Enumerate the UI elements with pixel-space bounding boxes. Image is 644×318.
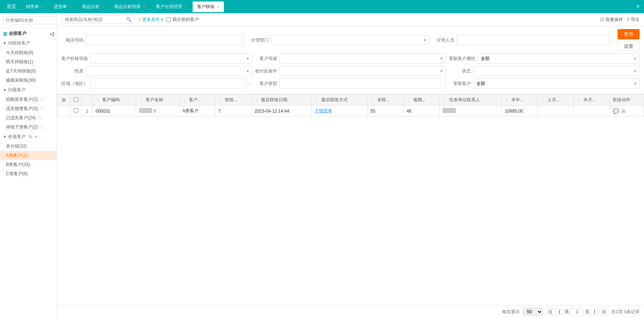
tab-sales[interactable]: 销售单 × xyxy=(21,1,48,12)
sidebar-item-tomorrow[interactable]: 明天待联络(1) xyxy=(0,57,57,67)
sidebar-item-ungrouped[interactable]: 未分组(32) xyxy=(0,142,57,151)
close-customer-segment-tab[interactable]: × xyxy=(185,4,187,9)
sidebar-item-class-a[interactable]: A类客户(1) xyxy=(0,151,57,160)
sort-handle-name[interactable]: ⋮ xyxy=(139,98,143,103)
scatter-arrow-icon: ▾ xyxy=(634,81,636,86)
message-icon[interactable]: 💬 xyxy=(613,108,619,114)
per-page-select[interactable]: 50 100 200 xyxy=(523,308,543,316)
section-arrow-3[interactable]: ▼ xyxy=(3,135,7,139)
filter-search-icon[interactable]: 🔍 xyxy=(126,17,132,22)
my-customers-checkbox[interactable] xyxy=(166,17,171,22)
sort-handle-no-contact[interactable]: ⋮ xyxy=(371,98,375,103)
first-page-btn[interactable]: ⟨⟨ xyxy=(546,308,555,315)
filter-search-box: 🔍 xyxy=(61,15,135,24)
my-customers-checkbox-label[interactable]: 我分管的客户 xyxy=(166,17,199,23)
home-tab[interactable]: 首页 xyxy=(3,1,20,12)
last-page-btn[interactable]: ⟩⟩ xyxy=(600,308,608,315)
nature-select[interactable]: ▾ xyxy=(86,66,252,76)
sidebar-search-input[interactable] xyxy=(3,16,57,24)
prev-page-btn[interactable]: ⟨ xyxy=(556,308,563,315)
section-arrow-2[interactable]: ▼ xyxy=(3,88,7,92)
sidebar-search-area: 🔍 xyxy=(0,13,57,28)
more-conditions-btn[interactable]: ▽ 更多条件 ▾ xyxy=(138,17,163,23)
sort-handle-overdue[interactable]: ⋮ xyxy=(407,98,411,103)
sidebar-item-churn-warning[interactable]: 流失预警客户(3) ⓘ xyxy=(0,104,57,113)
export-btn[interactable]: ↗ 导出 xyxy=(626,17,640,23)
customer-type-input[interactable] xyxy=(279,78,446,89)
sidebar-collapse-icon[interactable]: ◁ xyxy=(50,31,54,37)
sort-handle-related[interactable]: ⋮ xyxy=(443,98,447,103)
filter-manager: 分管人员 ··· xyxy=(432,35,615,45)
funnel-icon: ▽ xyxy=(138,17,141,22)
scatter-select[interactable]: 全部 ▾ xyxy=(473,78,640,89)
tab-customer-segment[interactable]: 客户分层经营 × xyxy=(151,1,191,12)
status-select[interactable]: ▾ xyxy=(473,66,640,76)
batch-op-btn[interactable]: ☑ 批量操作 xyxy=(600,17,623,23)
close-product-analysis-list-tab[interactable]: × xyxy=(143,4,145,9)
sidebar-item-overdue[interactable]: 逾期未联络(30) xyxy=(0,76,57,85)
qr-icon[interactable]: ⊞ xyxy=(621,108,626,114)
phone-input[interactable] xyxy=(86,35,244,45)
query-button[interactable]: 查询 xyxy=(618,29,640,39)
region-label: 区域（地区） xyxy=(61,81,88,87)
page-input[interactable] xyxy=(570,308,584,315)
price-level-label: 客户价格等级 xyxy=(61,56,88,62)
sidebar-item-repurchase-abnormal[interactable]: 回购异常客户(2) ⓘ xyxy=(0,95,57,104)
th-last-contact-date: ⋮最后联络日期 xyxy=(251,95,312,106)
close-sales-tab[interactable]: × xyxy=(41,4,43,9)
th-contact-count: ⋮联络... xyxy=(215,95,251,106)
column-settings-icon[interactable]: ⚙ xyxy=(61,97,66,103)
th-this-year: ⋮本年... xyxy=(502,95,538,106)
scatter-attr-select[interactable]: 全部 ▾ xyxy=(477,53,640,64)
tab-product-analysis-list[interactable]: 商品分析列表 × xyxy=(110,1,150,12)
close-purchase-tab[interactable]: × xyxy=(69,4,71,9)
region-dots-icon[interactable]: ··· xyxy=(248,81,252,86)
sidebar-item-churned[interactable]: 已流失客户(24) ⓘ xyxy=(0,113,57,123)
total-label: 共1页 1条记录 xyxy=(611,309,640,315)
region-input[interactable] xyxy=(90,78,246,89)
sort-handle-method[interactable]: ⋮ xyxy=(315,98,319,103)
sort-handle-year[interactable]: ⋮ xyxy=(505,98,509,103)
section-arrow-1[interactable]: ▼ xyxy=(3,41,7,45)
sort-handle-code[interactable]: ⋮ xyxy=(96,98,100,103)
filter-search-input[interactable] xyxy=(65,17,125,22)
tab-product-analysis[interactable]: 商品分析 × xyxy=(78,1,108,12)
payment-select[interactable]: ▾ xyxy=(279,66,446,76)
tab-customer-contact[interactable]: 客户联络 × xyxy=(193,1,223,12)
customer-level-select[interactable]: ▾ xyxy=(279,53,446,64)
close-product-analysis-tab[interactable]: × xyxy=(102,4,104,9)
dept-select[interactable]: ▾ xyxy=(271,35,429,45)
sort-handle-last-month[interactable]: ⋮ xyxy=(541,98,545,103)
customer-level-label: 客户等级 xyxy=(255,56,277,62)
select-all-checkbox[interactable] xyxy=(74,97,78,102)
close-all-tabs[interactable]: × xyxy=(635,2,641,11)
sidebar-item-class-c[interactable]: C类客户(6) xyxy=(0,169,57,179)
sort-handle-this-month[interactable]: ⋮ xyxy=(577,98,581,103)
row-checkbox[interactable] xyxy=(74,108,78,113)
sidebar-item-today[interactable]: 今天待联络(0) xyxy=(0,48,57,57)
sidebar-item-7days[interactable]: 近7天待联络(0) xyxy=(0,67,57,76)
td-last-date: 2023-04-12 14:44: xyxy=(251,106,312,117)
refresh-icon[interactable]: ↻ xyxy=(29,134,32,139)
sidebar-all-customers[interactable]: ⊞ 全部客户 ◁ xyxy=(0,28,57,38)
add-group-icon[interactable]: + xyxy=(35,134,37,139)
page-unit-label: 页 xyxy=(585,309,590,315)
td-overdue: 48 xyxy=(403,106,439,117)
sidebar-item-class-b[interactable]: B类客户(33) xyxy=(0,160,57,169)
settings-button[interactable]: 设置 xyxy=(618,41,640,51)
manager-input[interactable] xyxy=(457,35,609,45)
sort-handle-contact[interactable]: ⋮ xyxy=(218,98,223,103)
th-num xyxy=(82,95,93,106)
manager-dots-icon[interactable]: ··· xyxy=(611,38,615,43)
filter-status: 状态 ▾ xyxy=(449,66,640,76)
tab-purchase[interactable]: 进货单 × xyxy=(49,1,76,12)
price-level-select[interactable]: ▾ xyxy=(90,53,252,64)
sidebar-item-declining[interactable]: 持续下滑客户(2) ⓘ xyxy=(0,123,57,132)
last-method-link[interactable]: 下销货单 xyxy=(315,108,332,113)
sort-handle-date[interactable]: ⋮ xyxy=(254,98,259,103)
next-page-btn[interactable]: ⟩ xyxy=(591,308,598,315)
td-contact-count: 7 xyxy=(215,106,251,117)
close-customer-contact-tab[interactable]: × xyxy=(217,4,219,9)
sort-handle-type[interactable]: ⋮ xyxy=(182,98,187,103)
dept-label: 分管部门 xyxy=(247,37,269,43)
